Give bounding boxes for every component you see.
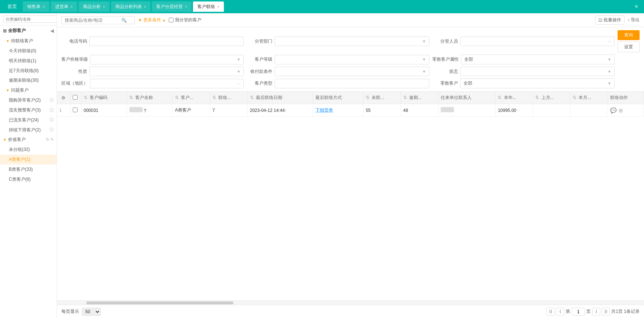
col-last-method-header[interactable]: 最后联络方式 <box>313 92 364 104</box>
nav-tab-analysis[interactable]: 商品分析 × <box>79 1 110 12</box>
col-name-header[interactable]: ⇅ 客户名称 <box>127 92 172 104</box>
per-page-select[interactable]: 50 100 200 <box>82 308 101 316</box>
filter-dept-input[interactable]: ▼ <box>275 36 429 46</box>
my-customers-filter[interactable]: 我分管的客户 <box>169 17 201 23</box>
value-refresh-icon[interactable]: ↻ <box>46 137 49 142</box>
filter-search-icon[interactable]: 🔍 <box>121 18 127 23</box>
select-all-checkbox[interactable] <box>73 95 78 100</box>
filter-nature-input[interactable]: ▼ <box>89 67 244 76</box>
row-company-contact-placeholder <box>441 107 454 112</box>
nav-tab-analysis-list-close[interactable]: × <box>144 5 146 9</box>
page-next-button[interactable]: ⟩ <box>592 308 600 316</box>
row-chat-icon[interactable]: 💬 <box>610 107 616 113</box>
row-checkbox[interactable] <box>73 107 78 112</box>
main-layout: 🔍 ⊞ 全部客户 ◀ ▼ 待联络客户 今天待联络(0) 明天待联络(1) 近7天… <box>0 13 644 318</box>
row-last-method[interactable]: 下销货单 <box>315 107 333 113</box>
sidebar-item-declining[interactable]: 持续下滑客户(2) ⓘ <box>0 125 57 135</box>
nav-tab-customer-contact[interactable]: 客户联络 × <box>193 1 224 12</box>
col-settings[interactable]: ⚙ <box>57 92 70 104</box>
filter-retail-customer-input[interactable]: 全部 ▼ <box>460 78 615 88</box>
sidebar-group-problem[interactable]: ▼ 问题客户 <box>0 85 57 95</box>
nav-tab-customer-contact-close[interactable]: × <box>217 5 219 9</box>
nav-tab-purchase-close[interactable]: × <box>71 5 73 9</box>
row-level-cell: A类客户 <box>173 104 210 117</box>
sidebar-item-c-class[interactable]: C类客户(6) <box>0 174 57 184</box>
filter-manager-input[interactable]: ··· <box>460 36 615 46</box>
sidebar-group-value[interactable]: ▼ 价值客户 ↻ ✎ <box>0 135 57 145</box>
filter-payment-label: 收付款条件 <box>247 68 272 75</box>
col-last-date-sort-icon: ⇅ <box>250 95 254 100</box>
nav-tab-customer-layer-close[interactable]: × <box>185 5 187 9</box>
col-level-sort-icon: ⇅ <box>175 95 179 100</box>
nav-tab-sales-close[interactable]: × <box>43 5 45 9</box>
col-overdue-header[interactable]: ⇅ 逾期... <box>401 92 438 104</box>
export-label: 导出 <box>631 17 640 23</box>
filter-payment: 收付款条件 ▼ <box>247 67 429 76</box>
row-qr-icon[interactable]: ⊞ <box>619 107 623 113</box>
sidebar-item-hoarding[interactable]: 囤购异常客户(2) ⓘ <box>0 95 57 105</box>
col-company-contact-header[interactable]: 往来单位联系人 <box>438 92 495 104</box>
row-last-date: 2023-04-12 14:44: <box>250 108 286 113</box>
settings-button[interactable]: 设置 <box>618 42 640 52</box>
price-level-chevron-icon: ▼ <box>237 57 240 61</box>
page-number-input[interactable] <box>572 308 585 316</box>
filter-price-level-input[interactable]: ▼ <box>90 55 244 64</box>
scrollbar-thumb[interactable] <box>86 301 233 304</box>
filter-customer-type-input[interactable] <box>275 79 429 88</box>
value-edit-icon[interactable]: ✎ <box>50 137 54 142</box>
sidebar-search-input[interactable] <box>3 15 57 23</box>
sidebar-collapse-icon[interactable]: ◀ <box>50 28 54 33</box>
row-action-cell: 💬 ⊞ <box>608 104 644 117</box>
row-this-year: 10995.00 <box>498 108 516 113</box>
nav-tab-customer-layer[interactable]: 客户分层经营 × <box>152 1 192 12</box>
row-name-placeholder <box>129 107 143 112</box>
my-customers-checkbox[interactable] <box>169 18 173 22</box>
col-this-year-header[interactable]: ⇅ 本年... <box>495 92 533 104</box>
sidebar-group-pending[interactable]: ▼ 待联络客户 <box>0 36 57 46</box>
batch-op-checkbox-icon: ☑ <box>598 18 602 23</box>
filter-search-input[interactable] <box>65 18 120 23</box>
sidebar-item-a-class[interactable]: A类客户(1) <box>0 155 57 165</box>
sidebar-item-unclassified[interactable]: 未分组(32) <box>0 145 57 155</box>
col-this-month-sort-icon: ⇅ <box>573 95 576 100</box>
page-first-button[interactable]: ⟨⟨ <box>547 308 555 316</box>
window-close-button[interactable]: × <box>632 3 641 10</box>
sidebar-item-tomorrow-pending[interactable]: 明天待联络(1) <box>0 56 57 66</box>
row-contact-count: 7 <box>212 108 215 113</box>
sidebar-item-churn-warning[interactable]: 流失预警客户(3) ⓘ <box>0 105 57 115</box>
sidebar-item-7days-pending[interactable]: 近7天待联络(0) <box>0 66 57 76</box>
query-button[interactable]: 查询 <box>618 30 640 40</box>
col-last-date-header[interactable]: ⇅ 最后联络日期 <box>247 92 313 104</box>
nav-tab-sales[interactable]: 销售单 × <box>23 1 49 12</box>
filter-status-input[interactable]: ▼ <box>460 67 615 76</box>
nav-tab-analysis-close[interactable]: × <box>103 5 105 9</box>
row-name-q: ? <box>144 108 146 113</box>
sidebar-item-today-pending[interactable]: 今天待联络(0) <box>0 46 57 56</box>
col-code-header[interactable]: ⇅ 客户编码 <box>81 92 127 104</box>
page-prev-button[interactable]: ⟨ <box>556 308 564 316</box>
filter-more-btn[interactable]: ▼ 更多条件 ▲ <box>138 17 166 23</box>
col-last-month-header[interactable]: ⇅ 上月... <box>533 92 570 104</box>
col-no-contact-header[interactable]: ⇅ 未联... <box>363 92 401 104</box>
filter-phone-input[interactable] <box>89 36 244 46</box>
nav-home[interactable]: 首页 <box>3 1 21 12</box>
batch-op-button[interactable]: ☑ 批量操作 <box>595 15 625 25</box>
filter-payment-input[interactable]: ▼ <box>275 67 429 76</box>
export-button[interactable]: ↑ 导出 <box>627 17 640 23</box>
page-last-button[interactable]: ⟩⟩ <box>602 308 610 316</box>
nav-tab-purchase-label: 进货单 <box>55 4 68 10</box>
sidebar-item-overdue-pending[interactable]: 逾期未联络(30) <box>0 75 57 85</box>
all-customers-header[interactable]: ⊞ 全部客户 ◀ <box>0 25 57 36</box>
col-contact-count-sort-icon: ⇅ <box>212 95 216 100</box>
filter-region-input[interactable]: ··· <box>90 79 244 88</box>
nav-tab-purchase[interactable]: 进货单 × <box>51 1 77 12</box>
nav-tab-analysis-list[interactable]: 商品分析列表 × <box>111 1 151 12</box>
horizontal-scrollbar[interactable] <box>57 300 644 305</box>
col-this-month-header[interactable]: ⇅ 本月... <box>570 92 608 104</box>
sidebar-item-b-class[interactable]: B类客户(33) <box>0 165 57 174</box>
filter-retail-attr-input[interactable]: 全部 ▼ <box>461 54 615 64</box>
col-level-header[interactable]: ⇅ 客户... <box>173 92 210 104</box>
filter-customer-level-input[interactable]: ▼ <box>275 55 429 64</box>
sidebar-item-churned[interactable]: 已流失客户(24) ⓘ <box>0 115 57 125</box>
col-contact-count-header[interactable]: ⇅ 联络... <box>210 92 247 104</box>
